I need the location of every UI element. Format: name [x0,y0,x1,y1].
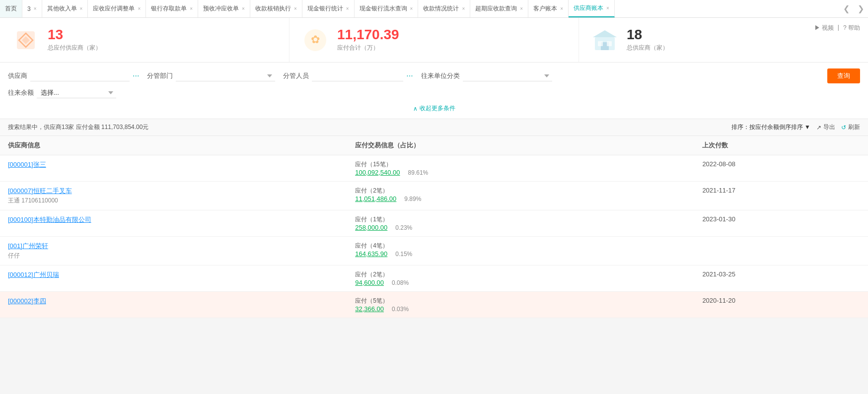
help-link[interactable]: ? 帮助 [843,24,860,32]
table-row: [000100]本特勤油品有限公司应付（1笔）258,000.000.23%20… [0,210,868,237]
dept-select[interactable] [176,70,275,81]
last-pay-cell [694,237,868,265]
supplier-link[interactable]: [000001]张三 [8,161,46,168]
summary-content-amount: 11,170.39 应付合计（万） [337,28,399,52]
result-bar: 搜索结果中，供应商13家 应付金额 111,703,854.00元 排序：按应付… [0,119,868,136]
ap-amount[interactable]: 94,600.00 [355,279,384,286]
nav-item-customer-ledger[interactable]: 客户账本× [528,0,569,17]
summary-number-amount: 11,170.39 [337,28,399,42]
close-tab-icon[interactable]: × [34,6,37,11]
filter-person: 分管人员 ··· [283,70,413,81]
ap-info-cell: 应付（2笔）11,051,486.009.89% [347,182,694,210]
balance-select[interactable]: 选择... [37,87,116,98]
summary-card-amount: ✿ 11,170.39 应付合计（万） [289,18,579,62]
close-tab-icon[interactable]: × [560,6,563,11]
video-icon: ▶ [814,24,820,31]
sort-button[interactable]: 排序：按应付余额倒序排序 ▼ [731,123,810,131]
nav-item-tab3[interactable]: 3× [22,0,42,17]
nav-item-receipt-stat[interactable]: 收款情况统计× [418,0,470,17]
nav-item-cash-bank-query[interactable]: 现金银行流水查询× [355,0,419,17]
supplier-sub-info: 王通 17106110000 [8,197,339,205]
table-row: [001]广州荣轩仔仔应付（4笔）164,635.900.15% [0,237,868,265]
filter-balance: 往来余额 选择... [8,87,116,98]
nav-prev-arrow[interactable]: ❮ [839,0,854,17]
close-tab-icon[interactable]: × [462,6,465,11]
refresh-icon: ↺ [841,124,846,131]
ap-info-cell: 应付（5笔）32,366.000.03% [347,292,694,318]
ap-amount[interactable]: 258,000.00 [355,224,387,231]
ap-amount[interactable]: 164,635.90 [355,250,387,258]
close-tab-icon[interactable]: × [190,6,193,11]
video-link[interactable]: ▶ 视频 [814,24,834,32]
collapse-button[interactable]: ∧ 收起更多条件 [413,102,455,115]
filter-dept: 分管部门 [147,70,275,81]
table-row: [000002]李四应付（5笔）32,366.000.03%2020-11-20 [0,292,868,318]
nav-item-home[interactable]: 首页 [0,0,22,17]
summary-card-total: 18 总供应商（家） ▶ 视频 | ? 帮助 [579,18,868,62]
person-dots[interactable]: ··· [406,71,413,80]
nav-next-arrow[interactable]: ❯ [854,0,868,17]
ap-label: 应付（5笔） [355,297,686,305]
ap-info-cell: 应付（2笔）94,600.000.08% [347,265,694,292]
table-header: 供应商信息 应付交易信息（占比） 上次付数 [0,136,868,155]
nav-bar: 首页3×其他收入单×应收应付调整单×银行存取款单×预收冲应收单×收款核销执行×现… [0,0,868,18]
nav-item-prepay-charge[interactable]: 预收冲应收单× [198,0,250,17]
supplier-link[interactable]: [000012]广州贝瑞 [8,271,59,278]
supplier-link[interactable]: [000007]恒旺二手叉车 [8,187,72,195]
refresh-button[interactable]: ↺ 刷新 [841,123,860,131]
nav-item-overdue-query[interactable]: 超期应收款查询× [470,0,528,17]
nav-item-supplier-ledger[interactable]: 供应商账本× [569,0,615,17]
summary-content-suppliers: 13 总应付供应商（家） [48,28,101,52]
close-tab-icon[interactable]: × [606,5,609,11]
close-tab-icon[interactable]: × [80,6,83,11]
ap-amount[interactable]: 11,051,486.00 [355,195,396,202]
supplier-info-cell: [000002]李四 [0,292,347,318]
close-tab-icon[interactable]: × [346,6,349,11]
summary-label-suppliers: 总应付供应商（家） [48,44,101,52]
ap-percent: 9.89% [404,196,421,202]
close-tab-icon[interactable]: × [242,6,245,11]
close-tab-icon[interactable]: × [410,6,413,11]
diamond-icon [12,26,40,54]
nav-item-ar-ap-adjust[interactable]: 应收应付调整单× [88,0,146,17]
supplier-link[interactable]: [000100]本特勤油品有限公司 [8,216,91,223]
last-pay-cell: 2023-01-30 [694,210,868,237]
category-select[interactable] [463,70,552,81]
supplier-info-cell: [001]广州荣轩仔仔 [0,237,347,265]
nav-item-cash-bank-stat[interactable]: 现金银行统计× [302,0,355,17]
balance-label: 往来余额 [8,88,34,97]
svg-rect-8 [598,41,603,46]
ap-percent: 0.23% [395,224,412,231]
ap-info-cell: 应付（1笔）258,000.000.23% [347,210,694,237]
table-row: [000007]恒旺二手叉车王通 17106110000应付（2笔）11,051… [0,182,868,210]
person-input[interactable] [312,70,403,81]
ap-amount[interactable]: 100,092,540.00 [355,169,400,176]
ap-percent: 0.08% [392,279,409,286]
export-button[interactable]: ↗ 导出 [816,123,835,131]
person-label: 分管人员 [283,71,309,80]
nav-item-bank-deposit[interactable]: 银行存取款单× [146,0,198,17]
supplier-input[interactable] [30,70,130,81]
search-button[interactable]: 查询 [827,68,860,83]
nav-item-receipt-verify[interactable]: 收款核销执行× [250,0,302,17]
summary-number-suppliers: 13 [48,28,101,42]
ap-label: 应付（4笔） [355,242,686,250]
svg-marker-6 [593,30,617,37]
ap-amount[interactable]: 32,366.00 [355,305,384,313]
top-right-links: ▶ 视频 | ? 帮助 [814,24,861,32]
ap-percent: 0.03% [392,306,409,313]
col-last-pay: 上次付数 [694,136,868,155]
dept-label: 分管部门 [147,71,173,80]
result-bar-right: 排序：按应付余额倒序排序 ▼ ↗ 导出 ↺ 刷新 [731,123,860,131]
nav-item-other-income[interactable]: 其他收入单× [42,0,88,17]
supplier-link[interactable]: [001]广州荣轩 [8,242,48,250]
ap-percent: 0.15% [395,251,412,258]
col-ap-info: 应付交易信息（占比） [347,136,694,155]
close-tab-icon[interactable]: × [294,6,297,11]
summary-content-total: 18 总供应商（家） [627,28,668,52]
close-tab-icon[interactable]: × [520,6,523,11]
ap-label: 应付（15笔） [355,160,686,169]
supplier-dots[interactable]: ··· [133,71,139,80]
close-tab-icon[interactable]: × [138,6,141,11]
supplier-link[interactable]: [000002]李四 [8,297,46,305]
